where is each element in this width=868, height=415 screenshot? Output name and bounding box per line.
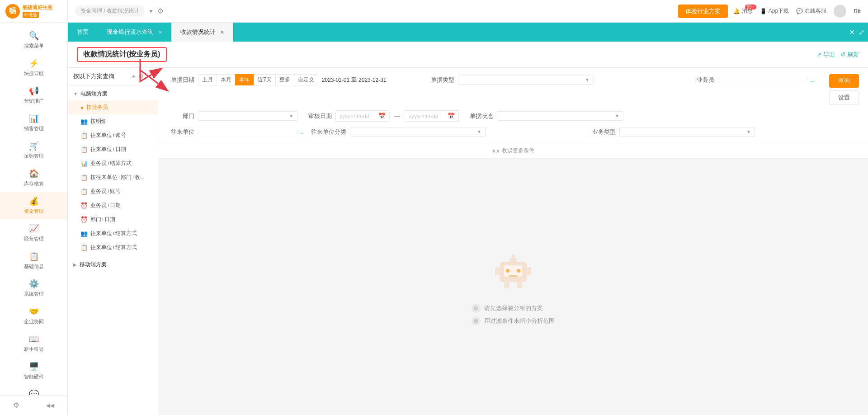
- notification-button[interactable]: 🔔 消息 99+: [733, 7, 753, 15]
- finance-icon: 💰: [29, 196, 39, 206]
- by-unit-account-icon: 📋: [80, 132, 88, 139]
- date-tab-last-month[interactable]: 上月: [198, 74, 217, 85]
- by-detail-icon: 👥: [80, 118, 88, 125]
- query-button[interactable]: 查询: [829, 74, 859, 88]
- date-tab-last-7days[interactable]: 近7天: [254, 74, 275, 85]
- date-tab-custom[interactable]: 自定义: [294, 74, 318, 85]
- sidebar-item-operation[interactable]: 📈 经营管理: [0, 219, 67, 247]
- review-date-end-input[interactable]: yyyy-mm-dd 📅: [405, 110, 459, 122]
- date-tab-this-month[interactable]: 本月: [217, 74, 235, 85]
- topbar-gear-icon[interactable]: ⚙: [157, 7, 164, 15]
- scheme-settings-button[interactable]: ⚙: [138, 73, 144, 80]
- export-button[interactable]: ↗ 导出: [816, 51, 835, 59]
- scheme-item-by-detail[interactable]: 👥 按明细: [68, 114, 158, 128]
- tab-home[interactable]: 首页: [68, 23, 98, 42]
- date-tab-this-year[interactable]: 本年: [235, 74, 254, 85]
- sidebar-item-shortcut[interactable]: ⚡ 快捷导航: [0, 54, 67, 81]
- tab-bank[interactable]: 现金银行流水查询 ✕: [98, 23, 171, 42]
- collapse-button[interactable]: ∧∧ 收起更多条件: [492, 147, 534, 155]
- refresh-button[interactable]: ↺ 刷新: [840, 51, 859, 59]
- sidebar-item-search[interactable]: 🔍 搜索菜单: [0, 26, 67, 54]
- page-header: 收款情况统计(按业务员) ↗ 导出 ↺ 刷新: [68, 42, 868, 68]
- sidebar-item-basic[interactable]: 📋 基础信息: [0, 247, 67, 274]
- scheme-item-by-salesperson-settlement[interactable]: 📊 业务员+结算方式: [68, 156, 158, 170]
- by-salesperson-icon: ●: [80, 104, 84, 111]
- sidebar-collapse-btn[interactable]: ◀◀: [46, 402, 54, 409]
- topbar-left: 资金管理 / 收款情况统计 ▼ ⚙: [75, 5, 673, 17]
- svg-point-3: [517, 269, 520, 273]
- doc-type-label: 单据类型: [427, 76, 454, 84]
- scheme-item-by-unit-settlement2[interactable]: 📋 往来单位+结算方式: [68, 241, 158, 255]
- empty-state: ① 请先选择要分析的方案 ② 用过滤条件来缩小分析范围: [158, 159, 868, 415]
- scheme-item-by-salesperson-account[interactable]: 📋 业务员+账号: [68, 184, 158, 198]
- wechat-icon: 💬: [29, 389, 39, 395]
- desktop-group-arrow: ▼: [73, 91, 78, 96]
- sidebar-item-sales[interactable]: 📊 销售管理: [0, 109, 67, 137]
- logo-text: 畅捷通好生意 标准版: [23, 4, 52, 18]
- settings-button[interactable]: 设置: [829, 90, 859, 105]
- scheme-group-desktop-header[interactable]: ▼ 电脑端方案: [68, 87, 158, 100]
- sidebar-settings-btn[interactable]: ⚙: [13, 401, 19, 410]
- dept-select[interactable]: ▼: [198, 111, 297, 121]
- app-download-button[interactable]: 📱 App下载: [760, 7, 789, 15]
- salesperson-more-btn[interactable]: ...: [810, 77, 815, 83]
- left-panel: 按以下方案查询 + ⚙ 《 ▼ 电脑端方案: [68, 68, 158, 415]
- topbar-dropdown-arrow[interactable]: ▼: [148, 8, 154, 14]
- basic-icon: 📋: [29, 251, 39, 261]
- scheme-item-by-unit-settlement1[interactable]: 👥 往来单位+结算方式: [68, 226, 158, 241]
- by-dept-date-icon: ⏰: [80, 216, 88, 223]
- sidebar-item-inventory[interactable]: 🏠 库存核算: [0, 164, 67, 192]
- sidebar-item-finance[interactable]: 💰 资金管理: [0, 192, 67, 219]
- partner-input[interactable]: [198, 130, 297, 134]
- date-tab-more[interactable]: 更多: [275, 74, 294, 85]
- sidebar-item-system[interactable]: ⚙️ 系统管理: [0, 274, 67, 302]
- robot-svg: [491, 248, 536, 293]
- scheme-group-mobile-header[interactable]: ▶ 移动端方案: [68, 258, 158, 271]
- empty-tip-2: ② 用过滤条件来缩小分析范围: [472, 316, 555, 325]
- salesperson-label: 业务员: [687, 76, 714, 84]
- sidebar-item-wechat[interactable]: 💬 企业微信: [0, 385, 67, 395]
- scheme-item-by-salesperson-date[interactable]: ⏰ 业务员+日期: [68, 198, 158, 212]
- scheme-item-by-salesperson[interactable]: ● 按业务员: [68, 100, 158, 114]
- inventory-icon: 🏠: [29, 169, 39, 179]
- review-date-start-input[interactable]: yyyy-mm-dd 📅: [335, 110, 390, 122]
- newbie-icon: 📖: [29, 334, 39, 344]
- scheme-item-by-unit-date[interactable]: 📋 往来单位+日期: [68, 142, 158, 156]
- doc-type-select[interactable]: ▼: [458, 75, 594, 85]
- add-scheme-button[interactable]: +: [132, 73, 136, 80]
- trial-button[interactable]: 体验行业方案: [678, 5, 728, 18]
- by-salesperson-account-icon: 📋: [80, 188, 88, 195]
- partner-category-chevron: ▼: [477, 129, 481, 134]
- salesperson-input[interactable]: [718, 78, 808, 82]
- partner-filter-group: 往来单位 ...: [167, 128, 304, 136]
- sidebar-item-newbie[interactable]: 📖 新手引导: [0, 330, 67, 357]
- tab-receipt[interactable]: 收款情况统计 ✕: [171, 23, 233, 42]
- left-panel-header: 按以下方案查询 + ⚙ 《: [68, 68, 158, 85]
- doc-status-select[interactable]: ▼: [497, 111, 623, 121]
- dept-chevron: ▼: [289, 113, 293, 118]
- notification-icon: 🔔: [733, 8, 740, 14]
- partner-category-select[interactable]: ▼: [350, 127, 486, 137]
- enterprise-icon: 🤝: [29, 307, 39, 316]
- mobile-group-arrow: ▶: [73, 262, 77, 267]
- svg-rect-10: [517, 282, 522, 288]
- sidebar-item-enterprise[interactable]: 🤝 企业协同: [0, 302, 67, 330]
- panel-collapse-button[interactable]: 《: [147, 73, 152, 80]
- scheme-item-by-dept-date[interactable]: ⏰ 部门+日期: [68, 212, 158, 226]
- scheme-item-by-unit-account[interactable]: 📋 往来单位+账号: [68, 128, 158, 142]
- user-avatar[interactable]: [834, 5, 846, 18]
- tab-close-bank[interactable]: ✕: [158, 29, 162, 35]
- tab-expand-icon[interactable]: ⤢: [859, 28, 864, 37]
- partner-category-label: 往来单位分类: [311, 128, 346, 136]
- sidebar-item-marketing[interactable]: 📢 营销推广: [0, 81, 67, 109]
- tab-close-receipt[interactable]: ✕: [220, 29, 224, 35]
- partner-more-btn[interactable]: ...: [299, 129, 304, 135]
- biz-type-select[interactable]: ▼: [619, 127, 755, 137]
- online-service-button[interactable]: 💬 在线客服: [796, 7, 826, 15]
- scheme-item-by-unit-dept[interactable]: 📋 按往来单位+部门+收...: [68, 170, 158, 184]
- partner-input-group: ...: [198, 129, 304, 135]
- tab-close-all-icon[interactable]: ✕: [849, 28, 855, 37]
- sidebar-item-hardware[interactable]: 🖥️ 智能硬件: [0, 357, 67, 385]
- biz-type-chevron: ▼: [746, 129, 751, 134]
- sidebar-item-purchase[interactable]: 🛒 采购管理: [0, 137, 67, 164]
